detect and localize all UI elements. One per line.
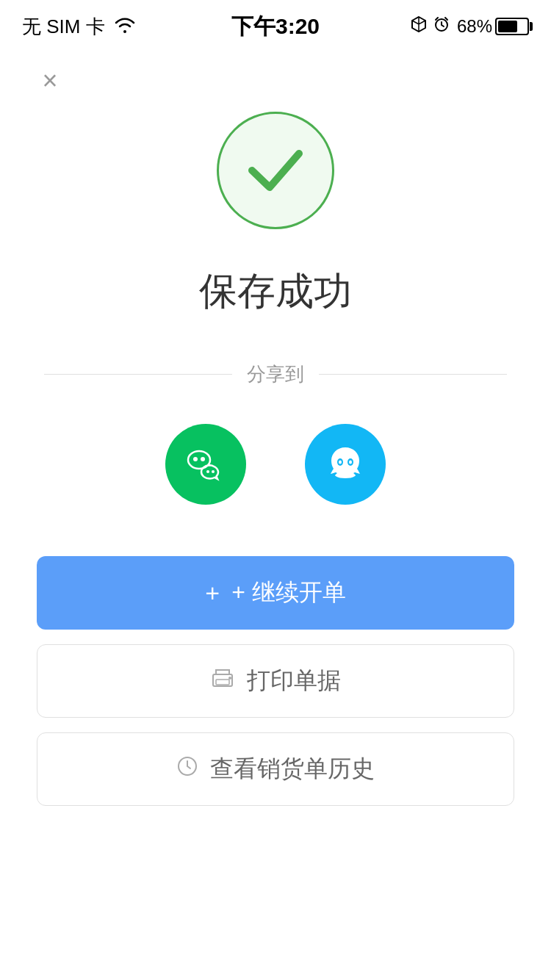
status-left: 无 SIM 卡	[22, 14, 136, 40]
success-circle	[217, 112, 334, 229]
divider-right	[319, 374, 507, 375]
wechat-share-button[interactable]	[165, 424, 246, 505]
alarm-icon	[433, 16, 450, 37]
status-right: 68%	[411, 16, 529, 37]
share-section: 分享到	[0, 361, 551, 505]
svg-point-8	[339, 461, 342, 464]
battery-percentage: 68%	[457, 16, 492, 37]
printer-icon	[210, 667, 235, 695]
history-label: 查看销货单历史	[210, 753, 375, 785]
main-content: 保存成功 分享到	[0, 53, 551, 806]
close-icon: ×	[42, 65, 57, 96]
svg-point-12	[228, 677, 231, 680]
status-time: 下午3:20	[231, 12, 320, 42]
svg-point-4	[206, 470, 209, 473]
clock-icon	[176, 755, 198, 783]
wechat-icon	[182, 441, 229, 488]
close-button[interactable]: ×	[29, 60, 71, 101]
share-divider: 分享到	[44, 361, 507, 387]
plus-icon: +	[205, 579, 220, 608]
share-label: 分享到	[247, 361, 304, 387]
svg-point-9	[349, 461, 352, 464]
continue-button[interactable]: + + 继续开单	[37, 556, 514, 630]
svg-rect-11	[216, 680, 229, 685]
divider-left	[44, 374, 232, 375]
history-button[interactable]: 查看销货单历史	[37, 732, 514, 806]
print-label: 打印单据	[247, 665, 341, 697]
qq-icon	[324, 443, 367, 486]
share-buttons	[44, 424, 507, 505]
qq-share-button[interactable]	[305, 424, 386, 505]
battery-icon	[495, 18, 529, 35]
no-sim-text: 无 SIM 卡	[22, 14, 105, 40]
checkmark-icon	[246, 145, 305, 196]
svg-point-5	[212, 470, 215, 473]
action-buttons: + + 继续开单 打印单据 查看销货单历	[37, 556, 514, 806]
svg-point-3	[201, 457, 205, 461]
success-title: 保存成功	[199, 266, 352, 317]
print-button[interactable]: 打印单据	[37, 644, 514, 718]
continue-label: + 继续开单	[231, 577, 346, 609]
svg-point-2	[193, 457, 198, 461]
status-bar: 无 SIM 卡 下午3:20 68%	[0, 0, 551, 53]
location-icon	[411, 16, 426, 37]
battery-indicator: 68%	[457, 16, 529, 37]
wifi-icon	[114, 15, 136, 38]
